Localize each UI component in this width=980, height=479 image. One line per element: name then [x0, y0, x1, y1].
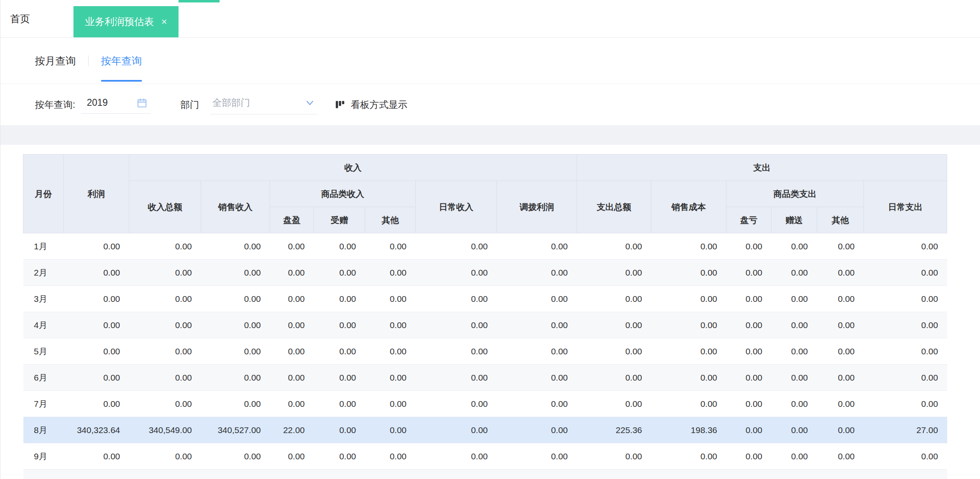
- value-cell: 0.00: [726, 391, 772, 417]
- value-cell: 0.00: [772, 233, 817, 260]
- value-cell: 0.00: [314, 391, 365, 417]
- table-row[interactable]: 2月0.000.000.000.000.000.000.000.000.000.…: [23, 260, 947, 286]
- value-cell: 0.00: [270, 338, 314, 365]
- value-cell: 0.00: [416, 233, 497, 260]
- year-query-label: 按年查询:: [35, 98, 75, 111]
- value-cell: 0.00: [577, 443, 651, 470]
- value-cell: 0.00: [129, 260, 201, 286]
- value-cell: 0.00: [129, 286, 201, 312]
- value-cell: 0.00: [726, 233, 772, 260]
- value-cell: 0.00: [726, 286, 772, 312]
- table-row[interactable]: 4月0.000.000.000.000.000.000.000.000.000.…: [23, 312, 947, 338]
- table-row[interactable]: 5月0.000.000.000.000.000.000.000.000.000.…: [23, 338, 947, 365]
- value-cell: 0.00: [817, 470, 864, 479]
- value-cell: 0.00: [201, 338, 270, 365]
- tab-business-profit-estimate[interactable]: 业务利润预估表 ×: [73, 6, 179, 37]
- value-cell: 0.00: [64, 286, 129, 312]
- board-toggle-label: 看板方式显示: [350, 98, 407, 111]
- header-transfer-profit: 调拨利润: [497, 181, 577, 233]
- value-cell: 0.00: [817, 443, 864, 470]
- value-cell: 0.00: [726, 365, 772, 391]
- header-received-gift: 受赠: [314, 207, 365, 233]
- value-cell: 0.00: [416, 391, 497, 417]
- value-cell: 0.00: [497, 312, 577, 338]
- value-cell: 0.00: [772, 312, 817, 338]
- value-cell: 0.00: [416, 312, 497, 338]
- table-row[interactable]: 9月0.000.000.000.000.000.000.000.000.000.…: [23, 443, 947, 470]
- table-body: 1月0.000.000.000.000.000.000.000.000.000.…: [23, 233, 947, 479]
- header-goods-income-group: 商品类收入: [270, 181, 416, 207]
- value-cell: 0.00: [64, 443, 129, 470]
- month-cell: 2月: [23, 260, 64, 286]
- calendar-icon[interactable]: [137, 98, 147, 108]
- value-cell: 0.00: [817, 286, 864, 312]
- value-cell: 0.00: [270, 391, 314, 417]
- value-cell: 0.00: [201, 312, 270, 338]
- value-cell: 0.00: [817, 338, 864, 365]
- month-cell: 1月: [23, 233, 64, 260]
- view-tabs: 按月查询 按年查询: [0, 38, 980, 84]
- value-cell: 0.00: [497, 470, 577, 479]
- table-row[interactable]: 3月0.000.000.000.000.000.000.000.000.000.…: [23, 286, 947, 312]
- section-divider: [0, 125, 980, 145]
- value-cell: 0.00: [497, 233, 577, 260]
- value-cell: 340,323.64: [64, 417, 129, 443]
- header-expense-total: 支出总额: [577, 181, 651, 233]
- value-cell: 0.00: [817, 391, 864, 417]
- value-cell: 0.00: [772, 365, 817, 391]
- value-cell: 0.00: [726, 443, 772, 470]
- value-cell: 0.00: [577, 233, 651, 260]
- top-tab-bar: 首页 业务利润预估表 ×: [0, 0, 980, 38]
- value-cell: 0.00: [651, 443, 726, 470]
- value-cell: 0.00: [651, 365, 726, 391]
- value-cell: 0.00: [270, 233, 314, 260]
- value-cell: 0.00: [201, 443, 270, 470]
- value-cell: 0.00: [772, 260, 817, 286]
- value-cell: 0.00: [651, 338, 726, 365]
- header-other-expense: 其他: [817, 207, 864, 233]
- value-cell: 0.00: [365, 233, 416, 260]
- value-cell: 0.00: [201, 365, 270, 391]
- value-cell: 0.00: [416, 260, 497, 286]
- value-cell: 0.00: [365, 417, 416, 443]
- month-cell: 9月: [23, 443, 64, 470]
- value-cell: 0.00: [817, 233, 864, 260]
- value-cell: 0.00: [726, 312, 772, 338]
- table-row[interactable]: 10月0.000.000.000.000.000.000.000.000.000…: [23, 470, 947, 479]
- value-cell: 0.00: [64, 391, 129, 417]
- value-cell: 0.00: [864, 233, 947, 260]
- tab-home[interactable]: 首页: [0, 0, 41, 37]
- value-cell: 0.00: [726, 470, 772, 479]
- board-view-toggle[interactable]: 看板方式显示: [334, 98, 407, 111]
- value-cell: 0.00: [864, 443, 947, 470]
- header-daily-expense: 日常支出: [864, 181, 947, 233]
- table-row[interactable]: 7月0.000.000.000.000.000.000.000.000.000.…: [23, 391, 947, 417]
- department-select[interactable]: 全部部门: [210, 95, 317, 114]
- value-cell: 340,549.00: [129, 417, 201, 443]
- tab-query-by-year[interactable]: 按年查询: [101, 38, 142, 84]
- value-cell: 0.00: [314, 260, 365, 286]
- value-cell: 0.00: [365, 391, 416, 417]
- table-row[interactable]: 8月340,323.64340,549.00340,527.0022.000.0…: [23, 417, 947, 443]
- value-cell: 0.00: [201, 233, 270, 260]
- value-cell: 0.00: [314, 286, 365, 312]
- value-cell: 0.00: [270, 312, 314, 338]
- value-cell: 0.00: [270, 365, 314, 391]
- header-income-group: 收入: [129, 155, 577, 181]
- tab-query-by-month[interactable]: 按月查询: [35, 38, 76, 84]
- value-cell: 340,527.00: [201, 417, 270, 443]
- value-cell: 0.00: [314, 365, 365, 391]
- table-row[interactable]: 1月0.000.000.000.000.000.000.000.000.000.…: [23, 233, 947, 260]
- value-cell: 0.00: [314, 338, 365, 365]
- value-cell: 0.00: [129, 470, 201, 479]
- close-icon[interactable]: ×: [161, 17, 167, 27]
- value-cell: 0.00: [772, 286, 817, 312]
- value-cell: 0.00: [201, 391, 270, 417]
- value-cell: 0.00: [201, 286, 270, 312]
- year-input[interactable]: 2019: [81, 96, 151, 114]
- value-cell: 0.00: [314, 417, 365, 443]
- table-row[interactable]: 6月0.000.000.000.000.000.000.000.000.000.…: [23, 365, 947, 391]
- value-cell: 0.00: [864, 286, 947, 312]
- value-cell: 0.00: [772, 443, 817, 470]
- value-cell: 0.00: [270, 286, 314, 312]
